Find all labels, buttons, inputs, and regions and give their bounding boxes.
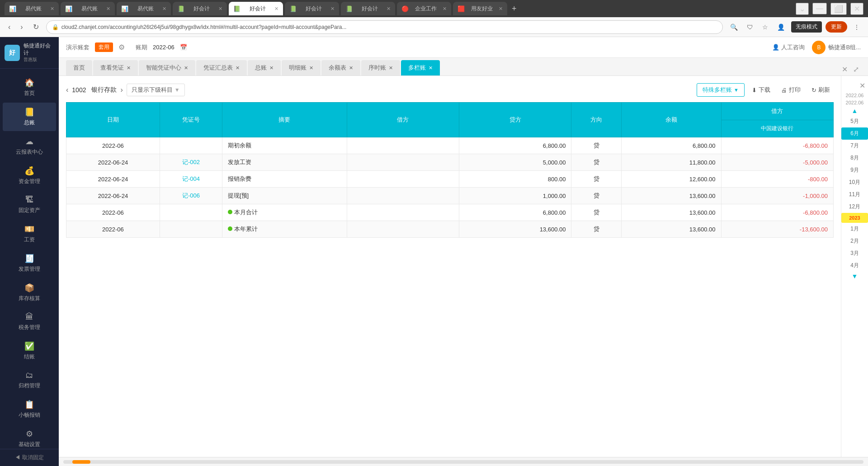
sidebar-item-archive[interactable]: 🗂 归档管理	[3, 366, 56, 394]
filter-dropdown[interactable]: 只显示下级科目 ▼	[127, 84, 185, 96]
tab-view-voucher[interactable]: 查看凭证 ✕	[93, 60, 138, 75]
special-multi-column-button[interactable]: 特殊多栏账 ▼	[697, 83, 745, 97]
tab-haokuaiji-4[interactable]: 📗 好会计 ✕	[341, 2, 395, 15]
tab-close-6[interactable]: ✕	[330, 6, 335, 12]
tab-close-smart-voucher[interactable]: ✕	[184, 65, 188, 71]
tab-close-2[interactable]: ✕	[106, 6, 110, 12]
tab-close-9[interactable]: ✕	[499, 6, 503, 12]
tab-expand-button[interactable]: ⤢	[851, 63, 861, 75]
date-panel-close-button[interactable]: ✕	[857, 80, 868, 92]
account-prev-button[interactable]: ‹	[66, 86, 68, 94]
sidebar-item-invoice[interactable]: 🧾 发票管理	[3, 249, 56, 278]
tab-balance-sheet[interactable]: 余额表 ✕	[321, 60, 360, 75]
bookmark-icon[interactable]: ☆	[760, 22, 771, 33]
tab-smart-voucher[interactable]: 智能凭证中心 ✕	[139, 60, 195, 75]
sidebar-item-settings[interactable]: ⚙ 基础设置	[3, 424, 56, 449]
tab-close-view-voucher[interactable]: ✕	[127, 65, 131, 71]
back-button[interactable]: ‹	[5, 21, 13, 33]
tab-close-8[interactable]: ✕	[443, 6, 447, 12]
sidebar-item-fixed-assets[interactable]: 🏗 固定资产	[3, 191, 56, 219]
scroll-up-button[interactable]: ▲	[851, 106, 859, 115]
tab-detail-ledger[interactable]: 明细账 ✕	[282, 60, 321, 75]
print-button[interactable]: 🖨 打印	[778, 84, 804, 96]
url-bar[interactable]: 🔒 cloud2.chanjet.com/accounting/uh26t264…	[46, 20, 723, 34]
voucher-link[interactable]: 记-002	[182, 159, 200, 165]
sidebar-item-salary[interactable]: 💴 工资	[3, 220, 56, 248]
voucher-link[interactable]: 记-004	[182, 175, 200, 182]
shield-icon[interactable]: 🛡	[744, 22, 756, 33]
tab-haokuaiji-3[interactable]: 📗 好会计 ✕	[285, 2, 339, 15]
bottom-scrollbar[interactable]	[59, 457, 868, 466]
tab-journal[interactable]: 序时账 ✕	[361, 60, 400, 75]
minimize-button[interactable]: —	[812, 3, 827, 14]
month-9[interactable]: 9月	[841, 164, 868, 176]
consult-button[interactable]: 👤 人工咨询	[772, 43, 805, 52]
scrollbar-thumb[interactable]	[72, 460, 90, 464]
sidebar-item-general-ledger[interactable]: 📒 总账	[3, 103, 56, 131]
month-6[interactable]: 6月	[841, 127, 868, 140]
voucher-link[interactable]: 记-006	[182, 192, 200, 199]
tab-close-7[interactable]: ✕	[387, 6, 391, 12]
demo-badge[interactable]: 套用	[95, 42, 113, 52]
scroll-down-button[interactable]: ▼	[851, 272, 859, 281]
tab-haokuaiji-2-active[interactable]: 📗 好会计 ✕	[229, 2, 283, 15]
month-2023-3[interactable]: 3月	[841, 247, 868, 259]
sidebar-item-home[interactable]: 🏠 首页	[3, 73, 56, 102]
tab-close-voucher-summary[interactable]: ✕	[236, 65, 240, 71]
tab-close-detail-ledger[interactable]: ✕	[309, 65, 313, 71]
month-2023-4[interactable]: 4月	[841, 259, 868, 272]
period-calendar-icon[interactable]: 📅	[180, 44, 187, 51]
sidebar-item-cloud-reports[interactable]: ☁ 云报表中心	[3, 132, 56, 160]
sidebar-pin-button[interactable]: ◀ 取消固定	[0, 449, 59, 466]
month-7[interactable]: 7月	[841, 140, 868, 152]
sidebar-item-inventory[interactable]: 📦 库存核算	[3, 278, 56, 307]
account-next-button[interactable]: ›	[120, 86, 123, 94]
tab-enterprise[interactable]: 🔴 企业工作 ✕	[397, 2, 451, 15]
month-5[interactable]: 5月	[841, 115, 868, 127]
sidebar-item-close-account[interactable]: ✅ 结账	[3, 337, 56, 365]
profile-icon[interactable]: 👤	[774, 22, 788, 33]
sidebar-item-capital[interactable]: 💰 资金管理	[3, 161, 56, 190]
download-button[interactable]: ⬇ 下载	[748, 84, 774, 96]
tab-voucher-summary[interactable]: 凭证汇总表 ✕	[196, 60, 247, 75]
tab-multi-column[interactable]: 多栏账 ✕	[401, 60, 440, 75]
month-2023-1[interactable]: 1月	[841, 223, 868, 235]
user-profile-button[interactable]: B 畅捷通B组...	[812, 41, 861, 54]
tab-homepage[interactable]: 首页	[66, 60, 92, 75]
month-11[interactable]: 11月	[841, 188, 868, 201]
tab-close-general-ledger[interactable]: ✕	[269, 65, 274, 71]
account-settings-icon[interactable]: ⚙	[118, 43, 125, 52]
month-8[interactable]: 8月	[841, 152, 868, 164]
new-tab-button[interactable]: +	[509, 3, 519, 14]
tab-haokuaiji-1[interactable]: 📗 好会计 ✕	[173, 2, 227, 15]
reload-button[interactable]: ↻	[30, 21, 42, 33]
tab-close-multi-column[interactable]: ✕	[429, 65, 433, 71]
tab-close-4[interactable]: ✕	[218, 6, 222, 12]
tab-close-1[interactable]: ✕	[50, 6, 54, 12]
tab-youyou[interactable]: 🟥 用友好业 ✕	[453, 2, 507, 15]
tab-minimize-button[interactable]: ✕	[840, 63, 849, 75]
refresh-button[interactable]: ↻ 刷新	[808, 84, 834, 96]
incognito-button[interactable]: 无痕模式	[791, 21, 822, 33]
month-2023-2[interactable]: 2月	[841, 235, 868, 247]
more-menu-button[interactable]: ⋮	[851, 22, 863, 33]
tab-yidaizhang-2[interactable]: 📊 易代账 ✕	[61, 2, 115, 15]
search-icon[interactable]: 🔍	[727, 22, 741, 33]
tab-yidaizhang-1[interactable]: 📊 易代账 ✕	[5, 2, 59, 15]
sidebar-item-expense[interactable]: 📋 小畅报销	[3, 395, 56, 424]
scrollbar-track[interactable]	[63, 460, 863, 464]
tab-yidaizhang-3[interactable]: 📊 易代账 ✕	[117, 2, 171, 15]
forward-button[interactable]: ›	[18, 21, 25, 33]
sidebar-item-tax[interactable]: 🏛 税务管理	[3, 308, 56, 336]
tab-close-3[interactable]: ✕	[162, 6, 166, 12]
close-window-button[interactable]: ✕	[850, 3, 863, 15]
month-10[interactable]: 10月	[841, 176, 868, 188]
tab-list-button[interactable]: ⌄	[796, 3, 809, 15]
tab-close-journal[interactable]: ✕	[389, 65, 393, 71]
tab-close-balance-sheet[interactable]: ✕	[349, 65, 353, 71]
month-12[interactable]: 12月	[841, 201, 868, 213]
update-button[interactable]: 更新	[826, 21, 847, 33]
tab-general-ledger[interactable]: 总账 ✕	[248, 60, 281, 75]
maximize-button[interactable]: ⬜	[830, 3, 847, 15]
tab-close-5[interactable]: ✕	[274, 6, 278, 12]
